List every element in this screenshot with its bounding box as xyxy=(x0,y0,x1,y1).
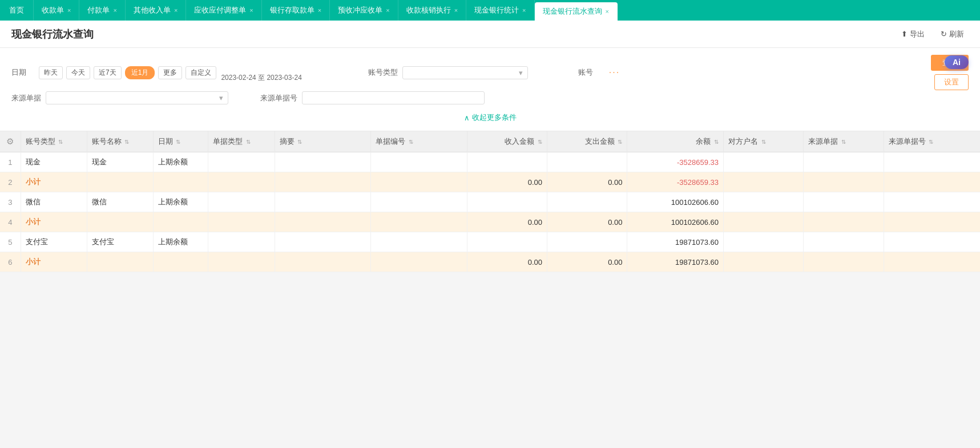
source-doc-no-input[interactable] xyxy=(302,91,485,104)
sort-summary-icon[interactable]: ⇅ xyxy=(297,139,302,145)
date-btn-custom[interactable]: 自定义 xyxy=(185,66,216,79)
cell-income: 0.00 xyxy=(467,172,547,192)
close-tab-8-icon[interactable]: × xyxy=(606,8,609,15)
close-tab-6-icon[interactable]: × xyxy=(454,7,458,14)
filter-row-2: 来源单据 ▾ 来源单据号 xyxy=(11,91,969,104)
sort-balance-icon[interactable]: ⇅ xyxy=(714,139,719,145)
cell-balance: 19871073.60 xyxy=(627,232,724,252)
table-header-row: ⚙ 账号类型 ⇅ 账号名称 ⇅ 日期 ⇅ 单据类型 ⇅ xyxy=(0,131,980,152)
cell-source-doc-no xyxy=(884,212,980,232)
th-account-type-label: 账号类型 xyxy=(26,137,55,146)
sort-source-doc-icon[interactable]: ⇅ xyxy=(841,139,846,145)
cell-balance: -3528659.33 xyxy=(627,152,724,172)
ai-badge[interactable]: Ai xyxy=(945,55,969,69)
header-actions: ⬆ 导出 ↻ 刷新 xyxy=(897,27,969,42)
th-doc-type-label: 单据类型 xyxy=(213,137,243,146)
close-tab-5-icon[interactable]: × xyxy=(386,7,389,14)
sort-counterpart-icon[interactable]: ⇅ xyxy=(761,139,766,145)
export-icon: ⬆ xyxy=(901,30,908,38)
cell-doc-no xyxy=(371,192,467,212)
source-doc-no-group: 来源单据号 xyxy=(260,91,485,104)
account-type-group: 账号类型 ▾ xyxy=(368,66,528,79)
cell-account-type: 微信 xyxy=(21,192,87,212)
cell-expense xyxy=(547,152,627,172)
date-btn-today[interactable]: 今天 xyxy=(66,66,90,79)
date-btn-1month[interactable]: 近1月 xyxy=(125,66,155,79)
nav-tab-6[interactable]: 收款核销执行 × xyxy=(398,0,466,21)
close-tab-2-icon[interactable]: × xyxy=(174,7,178,14)
sort-date-icon[interactable]: ⇅ xyxy=(176,139,180,145)
source-doc-select[interactable]: ▾ xyxy=(46,91,228,104)
refresh-button[interactable]: ↻ 刷新 xyxy=(936,27,969,42)
cell-doc-type xyxy=(208,212,275,232)
nav-home[interactable]: 首页 xyxy=(0,0,34,21)
settings-button[interactable]: 设置 xyxy=(934,74,969,90)
cell-counterpart xyxy=(723,252,803,272)
gear-icon[interactable]: ⚙ xyxy=(5,136,16,147)
th-income-label: 收入金额 xyxy=(505,137,534,146)
nav-tab-3[interactable]: 应收应付调整单 × xyxy=(186,0,261,21)
sort-doc-no-icon[interactable]: ⇅ xyxy=(409,139,413,145)
th-income: 收入金额 ⇅ xyxy=(467,131,547,152)
th-source-doc-no-label: 来源单据号 xyxy=(889,137,926,146)
th-expense: 支出金额 ⇅ xyxy=(547,131,627,152)
th-settings: ⚙ xyxy=(0,131,21,152)
table-row[interactable]: 6 小计 0.00 0.00 19871073.60 xyxy=(0,252,980,272)
cell-balance: 100102606.60 xyxy=(627,212,724,232)
close-tab-4-icon[interactable]: × xyxy=(318,7,321,14)
close-tab-1-icon[interactable]: × xyxy=(113,7,116,14)
table-row[interactable]: 5 支付宝 支付宝 上期余额 19871073.60 xyxy=(0,232,980,252)
cell-expense: 0.00 xyxy=(547,172,627,192)
nav-tab-0[interactable]: 收款单 × xyxy=(34,0,79,21)
sort-doc-type-icon[interactable]: ⇅ xyxy=(246,139,251,145)
cell-date xyxy=(153,212,208,232)
table-row[interactable]: 2 小计 0.00 0.00 -3528659.33 xyxy=(0,172,980,192)
cell-balance: 100102606.60 xyxy=(627,192,724,212)
account-type-select[interactable]: ▾ xyxy=(402,66,528,79)
cell-account-name: 现金 xyxy=(87,152,153,172)
cell-income: 0.00 xyxy=(467,212,547,232)
sort-expense-icon[interactable]: ⇅ xyxy=(618,139,622,145)
nav-tab-7[interactable]: 现金银行统计 × xyxy=(466,0,534,21)
cell-source-doc xyxy=(804,172,884,192)
account-ellipsis-button[interactable]: ··· xyxy=(606,66,623,79)
sort-source-doc-no-icon[interactable]: ⇅ xyxy=(929,139,933,145)
date-btn-7days[interactable]: 近7天 xyxy=(94,66,122,79)
sort-income-icon[interactable]: ⇅ xyxy=(538,139,542,145)
sort-account-name-icon[interactable]: ⇅ xyxy=(124,139,129,145)
cell-doc-type xyxy=(208,192,275,212)
export-button[interactable]: ⬆ 导出 xyxy=(897,27,929,42)
cell-summary xyxy=(275,252,371,272)
cell-num: 4 xyxy=(0,212,21,232)
cell-expense: 0.00 xyxy=(547,252,627,272)
cell-expense: 0.00 xyxy=(547,212,627,232)
table-row[interactable]: 3 微信 微信 上期余额 100102606.60 xyxy=(0,192,980,212)
nav-tab-1[interactable]: 付款单 × xyxy=(79,0,125,21)
close-tab-7-icon[interactable]: × xyxy=(522,7,526,14)
th-doc-no: 单据编号 ⇅ xyxy=(371,131,467,152)
table-row[interactable]: 1 现金 现金 上期余额 -3528659.33 xyxy=(0,152,980,172)
close-tab-0-icon[interactable]: × xyxy=(67,7,71,14)
cell-source-doc xyxy=(804,152,884,172)
table-row[interactable]: 4 小计 0.00 0.00 100102606.60 xyxy=(0,212,980,232)
nav-tab-8[interactable]: 现金银行流水查询 × xyxy=(535,2,618,21)
source-doc-group: 来源单据 ▾ xyxy=(11,91,228,104)
nav-tab-5[interactable]: 预收冲应收单 × xyxy=(330,0,398,21)
cell-doc-type xyxy=(208,232,275,252)
cell-doc-no xyxy=(371,212,467,232)
date-label: 日期 xyxy=(11,67,34,78)
nav-tab-4[interactable]: 银行存取款单 × xyxy=(262,0,330,21)
th-summary-label: 摘要 xyxy=(280,137,295,146)
cell-num: 2 xyxy=(0,172,21,192)
date-btn-more[interactable]: 更多 xyxy=(158,66,182,79)
close-tab-3-icon[interactable]: × xyxy=(249,7,253,14)
sort-account-type-icon[interactable]: ⇅ xyxy=(58,139,63,145)
th-doc-type: 单据类型 ⇅ xyxy=(208,131,275,152)
collapse-bar[interactable]: ∧ 收起更多条件 xyxy=(11,110,969,125)
filter-area: 日期 昨天 今天 近7天 近1月 更多 自定义 2023-02-24 至 202… xyxy=(0,48,980,131)
date-btn-yesterday[interactable]: 昨天 xyxy=(39,66,63,79)
cell-income xyxy=(467,192,547,212)
cell-num: 3 xyxy=(0,192,21,212)
nav-tab-2[interactable]: 其他收入单 × xyxy=(126,0,186,21)
cell-income: 0.00 xyxy=(467,252,547,272)
